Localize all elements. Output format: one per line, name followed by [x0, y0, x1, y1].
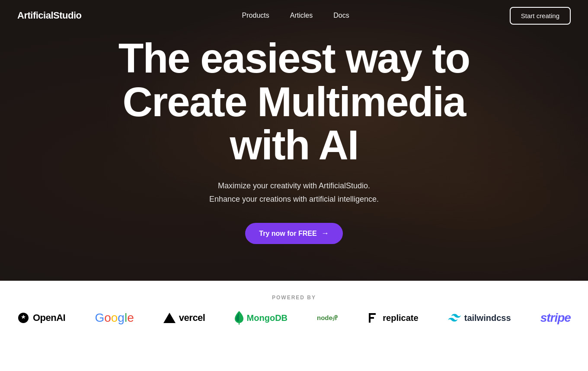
google-logo: Google: [95, 311, 134, 325]
page-rest: [0, 342, 588, 371]
hero-title-line1: The easiest way to: [118, 35, 470, 81]
hero-cta-button[interactable]: Try now for FREE →: [245, 223, 342, 244]
hero-cta-arrow-icon: →: [321, 229, 329, 238]
replicate-text: replicate: [383, 313, 418, 323]
svg-text:⚙: ⚙: [335, 316, 337, 318]
hero-subtitle-line2: Enhance your creations with artificial i…: [209, 195, 379, 203]
nav-products[interactable]: Products: [242, 12, 269, 19]
powered-by-label: POWERED BY: [17, 295, 571, 301]
navbar: ArtificialStudio Products Articles Docs …: [0, 0, 588, 31]
nav-articles[interactable]: Articles: [290, 12, 313, 19]
mongodb-logo: MongoDB: [235, 311, 288, 325]
svg-rect-0: [239, 320, 240, 325]
stripe-text: stripe: [540, 311, 571, 325]
nodejs-logo: node · js ⚙: [317, 311, 339, 324]
start-creating-button[interactable]: Start creating: [510, 7, 571, 25]
nodejs-icon: node · js ⚙: [317, 311, 339, 324]
hero-section: The easiest way to Create Multimedia wit…: [0, 0, 588, 281]
nav-docs[interactable]: Docs: [333, 12, 349, 19]
tailwindcss-text: tailwindcss: [464, 313, 511, 323]
google-text: Google: [95, 311, 134, 325]
hero-subtitle-line1: Maximize your creativity with Artificial…: [218, 181, 370, 190]
openai-text: OpenAI: [33, 312, 65, 323]
nav-links: Products Articles Docs: [242, 12, 349, 19]
hero-subtitle: Maximize your creativity with Artificial…: [118, 179, 470, 206]
powered-by-section: POWERED BY OpenAI Google vercel: [0, 281, 588, 342]
stripe-logo: stripe: [540, 311, 571, 325]
logos-row: OpenAI Google vercel MongoDB node: [17, 311, 571, 325]
hero-title: The easiest way to Create Multimedia wit…: [118, 37, 470, 167]
vercel-text: vercel: [179, 312, 205, 323]
vercel-logo: vercel: [163, 312, 205, 323]
mongodb-text: MongoDB: [247, 313, 288, 323]
openai-logo: OpenAI: [17, 312, 65, 324]
tailwindcss-logo: tailwindcss: [448, 313, 511, 323]
site-logo[interactable]: ArtificialStudio: [17, 10, 81, 21]
svg-rect-7: [369, 313, 376, 315]
replicate-icon: [368, 312, 379, 323]
openai-icon: [17, 312, 29, 324]
hero-title-line3: with AI: [230, 122, 358, 168]
mongodb-leaf-icon: [235, 311, 243, 325]
replicate-logo: replicate: [368, 312, 418, 323]
svg-rect-8: [369, 317, 374, 319]
hero-cta-label: Try now for FREE: [259, 230, 316, 238]
tailwind-icon: [448, 314, 461, 322]
hero-title-line2: Create Multimedia: [123, 79, 466, 125]
hero-content: The easiest way to Create Multimedia wit…: [101, 37, 487, 244]
svg-text:node: node: [317, 314, 332, 321]
vercel-triangle-icon: [163, 313, 176, 323]
